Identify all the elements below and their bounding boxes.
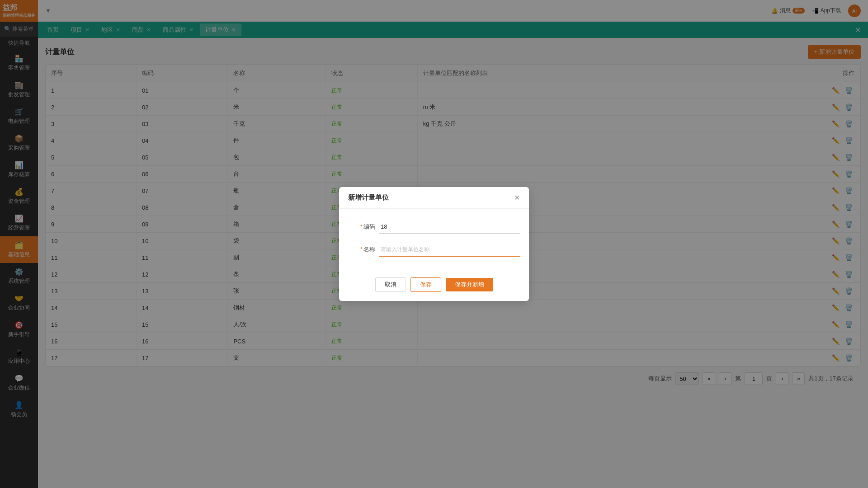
modal-header: 新增计量单位 ✕ bbox=[339, 187, 529, 209]
name-label: *名称 bbox=[348, 245, 375, 253]
required-indicator: * bbox=[360, 246, 363, 253]
modal-overlay[interactable]: 新增计量单位 ✕ *编码 *名称 取消 保存 保存并新增 bbox=[0, 0, 868, 488]
modal-title: 新增计量单位 bbox=[348, 193, 389, 202]
modal-close-button[interactable]: ✕ bbox=[514, 193, 520, 202]
modal-footer: 取消 保存 保存并新增 bbox=[339, 272, 529, 301]
form-row-code: *编码 bbox=[348, 220, 520, 234]
add-unit-modal: 新增计量单位 ✕ *编码 *名称 取消 保存 保存并新增 bbox=[339, 187, 529, 301]
save-and-new-button[interactable]: 保存并新增 bbox=[446, 278, 493, 291]
code-label: *编码 bbox=[348, 223, 375, 231]
code-input[interactable] bbox=[379, 220, 520, 234]
cancel-button[interactable]: 取消 bbox=[375, 277, 406, 292]
required-indicator: * bbox=[360, 223, 363, 230]
name-input[interactable] bbox=[379, 242, 520, 257]
modal-body: *编码 *名称 bbox=[339, 209, 529, 272]
save-button[interactable]: 保存 bbox=[410, 277, 441, 292]
form-row-name: *名称 bbox=[348, 242, 520, 257]
